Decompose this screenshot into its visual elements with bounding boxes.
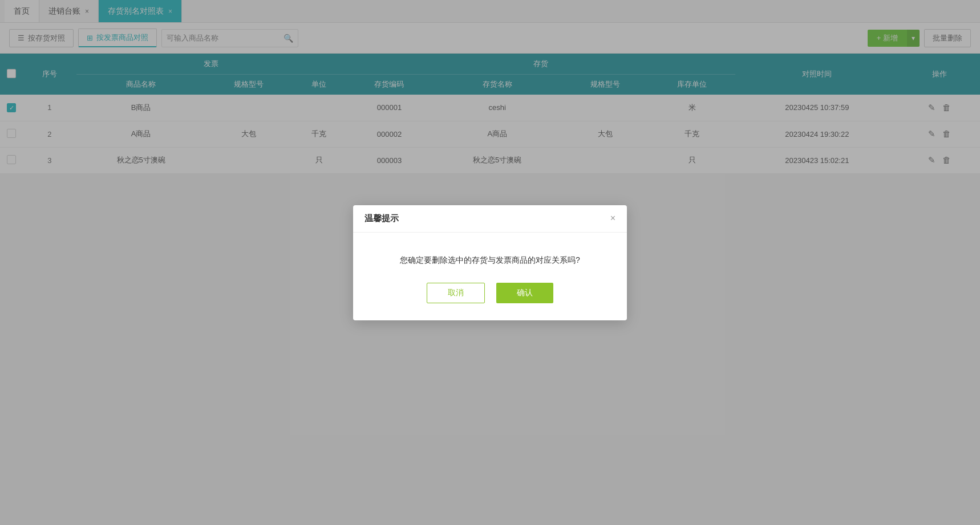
dialog-overlay: 温馨提示 × 您确定要删除选中的存货与发票商品的对应关系吗? 取消 确认 — [0, 0, 980, 174]
